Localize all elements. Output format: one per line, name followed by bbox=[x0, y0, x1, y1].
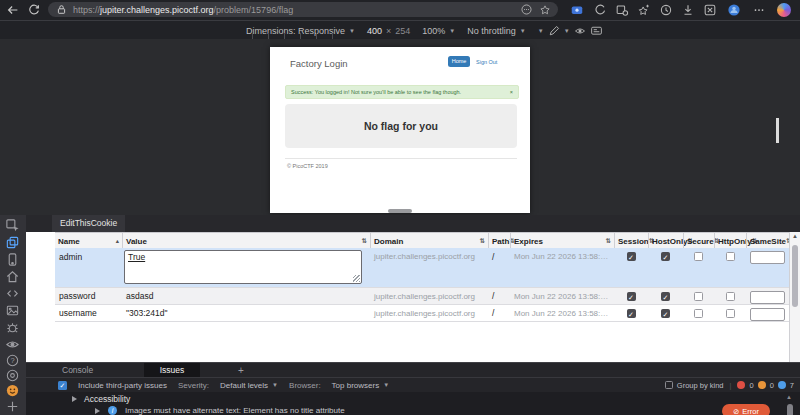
column-header-samesite[interactable]: SameSite⇅ bbox=[746, 233, 789, 249]
viewport-scrollbar[interactable] bbox=[776, 118, 779, 143]
cookie-row-admin[interactable]: admin True jupiter.challenges.picoctf.or… bbox=[55, 248, 789, 288]
samesite-input[interactable] bbox=[750, 308, 785, 321]
profile-avatar[interactable] bbox=[727, 3, 741, 17]
issue-item[interactable]: i Images must have alternate text: Eleme… bbox=[95, 406, 345, 415]
samesite-input[interactable] bbox=[750, 291, 785, 304]
column-header-secure[interactable]: Secure⇅ bbox=[683, 233, 714, 249]
pen-touch-icon[interactable] bbox=[548, 25, 560, 37]
browser-filter-select[interactable]: Top browsers▼ bbox=[332, 381, 390, 390]
add-panel-icon[interactable] bbox=[5, 399, 20, 414]
phone-icon[interactable] bbox=[5, 252, 20, 267]
session-checkbox[interactable]: ✓ bbox=[627, 252, 636, 261]
history-icon[interactable] bbox=[659, 3, 673, 17]
httponly-checkbox[interactable] bbox=[726, 309, 735, 318]
group-by-kind-checkbox[interactable] bbox=[665, 381, 673, 389]
info-count-icon bbox=[778, 381, 786, 389]
device-emulation-icon[interactable] bbox=[5, 235, 20, 250]
extensions-icon[interactable] bbox=[703, 3, 717, 17]
samesite-input[interactable] bbox=[750, 251, 785, 264]
column-header-session[interactable]: Session⇅ bbox=[614, 233, 648, 249]
settings-gear-icon[interactable] bbox=[5, 368, 20, 383]
issues-section-accessibility[interactable]: Accessibility bbox=[72, 394, 130, 404]
extension-settings-icon[interactable] bbox=[615, 3, 629, 17]
hostonly-checkbox[interactable]: ✓ bbox=[661, 309, 670, 318]
cookie-path: / bbox=[488, 248, 510, 287]
resize-grip-icon[interactable] bbox=[353, 275, 360, 282]
viewport-resize-handle[interactable] bbox=[388, 209, 412, 213]
column-header-domain[interactable]: Domain⇅ bbox=[370, 233, 488, 249]
inspect-icon[interactable] bbox=[5, 218, 20, 233]
viewport-height-input[interactable]: 254 bbox=[395, 26, 410, 36]
table-scrollbar[interactable]: ▲ bbox=[789, 232, 800, 362]
secure-checkbox[interactable] bbox=[694, 252, 703, 261]
bug-icon[interactable] bbox=[5, 320, 20, 335]
code-icon[interactable] bbox=[5, 286, 20, 301]
cookie-value[interactable]: asdasd bbox=[122, 288, 370, 304]
secure-checkbox[interactable] bbox=[694, 309, 703, 318]
more-actions-icon[interactable] bbox=[520, 3, 533, 16]
lock-icon bbox=[56, 4, 67, 15]
secure-cell bbox=[683, 248, 714, 287]
cookie-value[interactable]: "303:241d" bbox=[122, 305, 370, 321]
eye-icon[interactable] bbox=[5, 337, 20, 352]
include-issues-checkbox[interactable]: ✓ bbox=[58, 381, 67, 390]
media-queries-icon[interactable] bbox=[590, 24, 603, 37]
column-header-httponly[interactable]: HttpOnly⇅ bbox=[714, 233, 746, 249]
bookmark-star-icon[interactable] bbox=[539, 4, 551, 16]
hostonly-checkbox[interactable]: ✓ bbox=[661, 252, 670, 261]
scroll-up-icon[interactable]: ▲ bbox=[786, 394, 792, 400]
session-checkbox[interactable]: ✓ bbox=[627, 292, 636, 301]
device-toolbar: Dimensions: Responsive▼ 400 × 254 100%▼ … bbox=[0, 20, 800, 40]
split-screen-icon[interactable] bbox=[570, 3, 584, 17]
browser-essentials-icon[interactable] bbox=[593, 3, 607, 17]
help-icon[interactable]: ? bbox=[5, 353, 20, 368]
address-bar[interactable]: https://jupiter.challenges.picoctf.org/p… bbox=[48, 2, 558, 17]
feedback-smiley-icon[interactable] bbox=[5, 383, 20, 398]
tab-editthiscookie[interactable]: EditThisCookie bbox=[52, 215, 125, 232]
tab-issues[interactable]: Issues bbox=[144, 363, 200, 378]
alert-close-icon[interactable]: × bbox=[510, 86, 513, 98]
copilot-icon[interactable] bbox=[777, 3, 791, 17]
column-header-expires[interactable]: Expires⇅ bbox=[510, 233, 614, 249]
cookie-value-editor[interactable]: True bbox=[124, 250, 362, 284]
session-checkbox[interactable]: ✓ bbox=[627, 309, 636, 318]
favorites-icon[interactable] bbox=[637, 3, 651, 17]
zoom-select[interactable]: 100%▼ bbox=[422, 26, 455, 36]
sign-out-link[interactable]: Sign Out bbox=[476, 59, 497, 65]
cookie-row-username[interactable]: username "303:241d" jupiter.challenges.p… bbox=[55, 305, 789, 322]
scrollbar-thumb[interactable] bbox=[792, 245, 798, 307]
severity-select[interactable]: Default levels▼ bbox=[220, 381, 278, 390]
eye-icon[interactable] bbox=[574, 25, 586, 37]
httponly-checkbox[interactable] bbox=[726, 292, 735, 301]
error-status-pill[interactable]: ⊘ Error bbox=[722, 404, 770, 415]
back-icon[interactable] bbox=[6, 3, 20, 17]
scroll-up-icon[interactable]: ▲ bbox=[792, 233, 798, 239]
column-header-name[interactable]: Name▴ bbox=[55, 233, 122, 249]
chevron-down-icon[interactable]: ▼ bbox=[564, 28, 570, 34]
viewport-width-input[interactable]: 400 bbox=[367, 26, 382, 36]
column-header-hostonly[interactable]: HostOnly⇅ bbox=[648, 233, 683, 249]
expand-arrow-icon[interactable] bbox=[72, 396, 77, 402]
downloads-icon[interactable] bbox=[681, 3, 695, 17]
drawer-tab-bar: Console Issues + bbox=[26, 362, 800, 378]
hostonly-checkbox[interactable]: ✓ bbox=[661, 292, 670, 301]
add-tab-icon[interactable]: + bbox=[238, 363, 244, 378]
expand-arrow-icon[interactable] bbox=[95, 408, 100, 414]
refresh-icon[interactable] bbox=[27, 3, 41, 17]
chevron-down-icon: ▼ bbox=[520, 28, 526, 34]
secure-checkbox[interactable] bbox=[694, 292, 703, 301]
httponly-checkbox[interactable] bbox=[726, 252, 735, 261]
image-icon[interactable] bbox=[5, 303, 20, 318]
panel-tab-bar: EditThisCookie bbox=[26, 215, 800, 232]
column-header-path[interactable]: Path⇅ bbox=[488, 233, 510, 249]
scrollbar-thumb[interactable] bbox=[787, 404, 793, 415]
home-button[interactable]: Home bbox=[448, 56, 470, 67]
chevron-down-icon[interactable]: ▼ bbox=[538, 28, 544, 34]
cookie-row-password[interactable]: password asdasd jupiter.challenges.picoc… bbox=[55, 288, 789, 305]
home-icon[interactable] bbox=[5, 269, 20, 284]
issue-text: Images must have alternate text: Element… bbox=[125, 406, 345, 415]
tab-console[interactable]: Console bbox=[62, 363, 93, 378]
settings-menu-icon[interactable] bbox=[752, 3, 766, 17]
throttling-select[interactable]: No throttling▼ bbox=[467, 26, 525, 36]
column-header-value[interactable]: Value⇅ bbox=[122, 233, 370, 249]
